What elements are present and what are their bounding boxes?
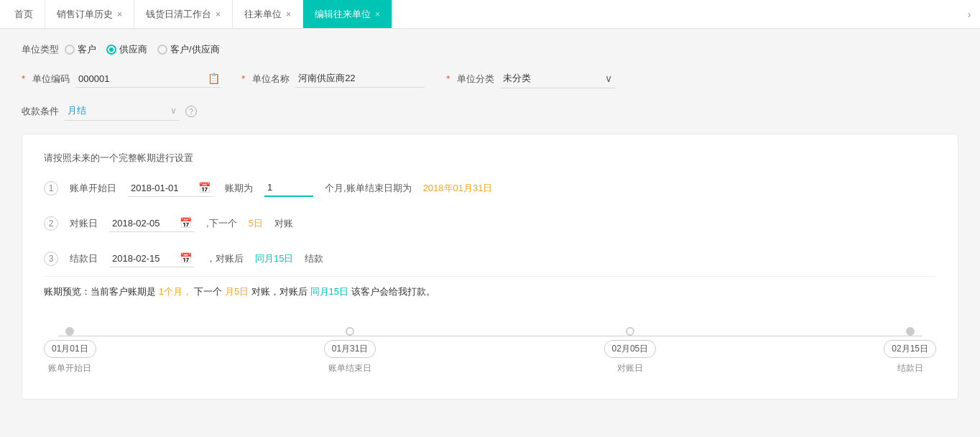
tab-partners[interactable]: 往来单位 × <box>233 0 303 28</box>
unit-code-input-wrapper: 📋 <box>75 70 220 88</box>
tab-partners-label: 往来单位 <box>244 8 282 21</box>
unit-classify-dropdown[interactable]: 未分类 ∨ <box>500 69 615 88</box>
tab-cash-desk[interactable]: 钱货日清工作台 × <box>134 0 233 28</box>
period-num-2: 2 <box>44 216 58 231</box>
unit-type-radio-group: 客户 供应商 客户/供应商 <box>65 43 220 56</box>
period-reconcile-prefix: ,下一个 <box>206 217 237 230</box>
period-reconcile-suffix: 对账 <box>274 217 293 230</box>
payment-terms-row: 收款条件 月结 ∨ ? <box>22 101 958 121</box>
period-reconcile-date-input: 📅 <box>109 214 195 232</box>
period-reconcile-day: 5日 <box>249 217 263 230</box>
unit-classify-label: 单位分类 <box>457 73 494 86</box>
unit-name-input[interactable] <box>295 70 425 88</box>
radio-customer-circle <box>65 45 75 55</box>
period-reconcile-calendar-icon[interactable]: 📅 <box>180 217 192 229</box>
timeline-badge-4: 02月15日 <box>884 340 936 358</box>
period-month-input <box>264 179 313 197</box>
tab-partners-close[interactable]: × <box>286 9 291 19</box>
unit-code-item: * 单位编码 📋 <box>22 70 220 88</box>
tab-edit-partner[interactable]: 编辑往来单位 × <box>303 0 392 28</box>
period-payment-prefix: ，对账后 <box>206 252 244 265</box>
radio-supplier[interactable]: 供应商 <box>106 43 147 56</box>
radio-supplier-circle <box>106 45 116 55</box>
radio-supplier-label: 供应商 <box>119 43 147 56</box>
unit-code-label: 单位编码 <box>32 73 70 86</box>
timeline-dot-3 <box>626 327 634 336</box>
timeline-label-4: 结款日 <box>897 362 923 374</box>
period-start-date-input: 📅 <box>128 179 213 197</box>
unit-classify-star: * <box>446 73 450 84</box>
preview-day2: 同月15日 <box>310 286 348 297</box>
period-payment-date-input: 📅 <box>109 249 195 267</box>
preview-middle: 下一个 <box>194 286 222 297</box>
period-payment-label: 结款日 <box>70 252 98 265</box>
unit-info-row: * 单位编码 📋 * 单位名称 * 单位分类 未分类 ∨ <box>22 69 958 88</box>
unit-type-label: 单位类型 <box>22 43 59 56</box>
tab-sales-history[interactable]: 销售订单历史 × <box>45 0 134 28</box>
unit-name-item: * 单位名称 <box>241 70 425 88</box>
period-payment-day: 同月15日 <box>255 252 293 265</box>
timeline-dot-2 <box>346 327 354 336</box>
unit-code-star: * <box>22 73 25 84</box>
unit-classify-arrow: ∨ <box>605 73 612 84</box>
preview-text: 账期预览：当前客户账期是 1个月， 下一个 月5日 对账，对账后 同月15日 该… <box>44 285 936 298</box>
radio-customer-label: 客户 <box>78 43 96 56</box>
copy-icon[interactable]: 📋 <box>208 73 220 84</box>
page-content: 单位类型 客户 供应商 客户/供应商 * 单位编码 <box>0 29 980 437</box>
period-card: 请按照未来的一个完整帐期进行设置 1 账单开始日 📅 账期为 个月,账单结束日期… <box>22 134 958 400</box>
period-start-date-field[interactable] <box>131 183 195 193</box>
period-num-3: 3 <box>44 252 58 266</box>
timeline-label-2: 账单结束日 <box>328 362 371 374</box>
preview-suffix: 该客户会给我打款。 <box>351 286 435 297</box>
tab-overflow-arrow[interactable]: › <box>958 9 980 20</box>
period-payment-calendar-icon[interactable]: 📅 <box>180 252 192 264</box>
period-month-suffix: 个月,账单结束日期为 <box>325 182 412 195</box>
timeline-badge-3: 02月05日 <box>604 340 657 358</box>
period-payment-suffix: 结款 <box>305 252 323 265</box>
timeline-points: 01月01日 账单开始日 01月31日 账单结束日 02月05日 对账日 <box>44 327 936 374</box>
payment-terms-value: 月结 <box>68 104 166 117</box>
radio-both-circle <box>157 45 167 55</box>
unit-type-row: 单位类型 客户 供应商 客户/供应商 <box>22 43 958 56</box>
payment-terms-dropdown[interactable]: 月结 ∨ <box>65 101 180 121</box>
tab-sales-history-label: 销售订单历史 <box>57 8 113 21</box>
timeline-dot-1 <box>65 327 74 336</box>
radio-both[interactable]: 客户/供应商 <box>157 43 220 56</box>
preview-mid2: 对账，对账后 <box>251 286 308 297</box>
timeline-point-1: 01月01日 账单开始日 <box>44 327 96 374</box>
payment-terms-help[interactable]: ? <box>185 106 197 117</box>
period-row-1: 1 账单开始日 📅 账期为 个月,账单结束日期为 2018年01月31日 <box>44 179 936 197</box>
radio-both-label: 客户/供应商 <box>170 43 220 56</box>
period-month-field[interactable] <box>267 182 310 193</box>
preview-prefix: 账期预览：当前客户账期是 <box>44 286 156 297</box>
preview-day1: 月5日 <box>225 286 249 297</box>
payment-terms-label: 收款条件 <box>22 105 59 118</box>
payment-terms-arrow: ∨ <box>170 106 177 116</box>
tab-cash-desk-label: 钱货日清工作台 <box>146 8 211 21</box>
period-card-title: 请按照未来的一个完整帐期进行设置 <box>44 152 936 165</box>
radio-customer[interactable]: 客户 <box>65 43 96 56</box>
tabs-bar: 首页 销售订单历史 × 钱货日清工作台 × 往来单位 × 编辑往来单位 × › <box>0 0 980 29</box>
period-end-date-highlight: 2018年01月31日 <box>423 182 493 195</box>
unit-classify-item: * 单位分类 未分类 ∨ <box>446 69 615 88</box>
timeline-point-3: 02月05日 对账日 <box>604 327 657 374</box>
period-row-2: 2 对账日 📅 ,下一个 5日 对账 <box>44 214 936 232</box>
period-payment-date-field[interactable] <box>112 253 177 264</box>
timeline-dot-4 <box>906 327 915 336</box>
timeline-label-3: 对账日 <box>617 362 643 374</box>
period-reconcile-label: 对账日 <box>70 217 98 230</box>
timeline-label-1: 账单开始日 <box>48 362 91 374</box>
period-reconcile-date-field[interactable] <box>112 218 177 229</box>
tab-cash-desk-close[interactable]: × <box>216 9 221 19</box>
period-start-calendar-icon[interactable]: 📅 <box>198 182 211 193</box>
period-num-1: 1 <box>44 181 58 196</box>
tab-edit-partner-label: 编辑往来单位 <box>315 8 371 21</box>
tab-home[interactable]: 首页 <box>0 0 45 28</box>
tab-edit-partner-close[interactable]: × <box>375 9 380 19</box>
tab-sales-history-close[interactable]: × <box>117 9 122 19</box>
payment-terms-item: 收款条件 月结 ∨ ? <box>22 101 197 121</box>
unit-type-item: 单位类型 客户 供应商 客户/供应商 <box>22 43 220 56</box>
period-row-3: 3 结款日 📅 ，对账后 同月15日 结款 <box>44 249 936 267</box>
unit-code-input[interactable] <box>75 70 202 87</box>
timeline-badge-2: 01月31日 <box>324 340 376 358</box>
